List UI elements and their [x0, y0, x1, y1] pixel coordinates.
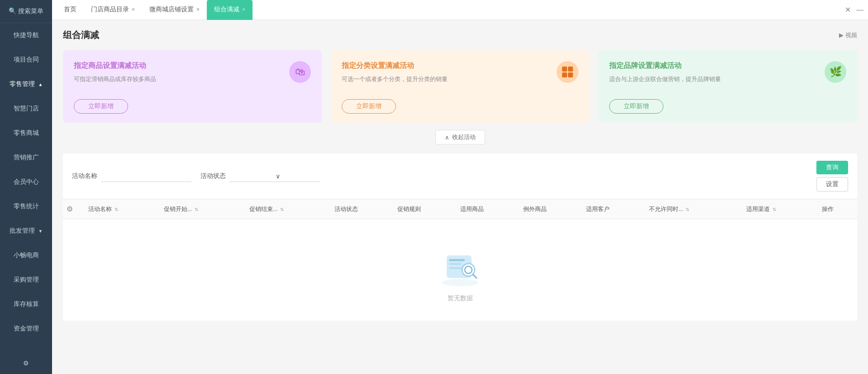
filter-status-label: 活动状态: [200, 172, 226, 180]
sidebar-item-label: 资金管理: [14, 325, 39, 332]
tab-combo-discount-label: 组合满减: [214, 5, 239, 14]
sort-icon-name: ⇅: [114, 207, 118, 212]
th-actions: 操作: [818, 199, 857, 219]
play-circle-icon: ▶: [839, 32, 844, 38]
sidebar-item-label: 会员中心: [14, 178, 39, 185]
page-content: 组合满减 ▶ 视频 指定商品设置满减活动 可指定滞销商品或库存较多商品 🛍 立即…: [52, 20, 868, 374]
th-actions-label: 操作: [822, 206, 834, 212]
tab-combo-discount-close[interactable]: ×: [242, 6, 245, 13]
th-channels[interactable]: 适用渠道 ⇅: [743, 199, 818, 219]
table-settings-icon[interactable]: ⚙: [67, 205, 73, 213]
sidebar-item-member-center[interactable]: 会员中心: [0, 170, 52, 194]
brand-card-desc: 适合与上游企业联合做营销，提升品牌销量: [609, 75, 846, 90]
sidebar-item-label: 项目合同: [14, 56, 39, 63]
tab-wechat-shop-settings-close[interactable]: ×: [196, 6, 200, 13]
sidebar-item-retail-stats[interactable]: 零售统计: [0, 194, 52, 219]
svg-rect-2: [562, 72, 567, 77]
th-status-label: 活动状态: [334, 206, 358, 212]
empty-state: 暂无数据: [63, 219, 857, 321]
th-end[interactable]: 促销结束... ⇅: [246, 199, 331, 219]
sidebar-item-project-contract[interactable]: 项目合同: [0, 48, 52, 72]
th-end-label: 促销结束...: [249, 206, 278, 212]
brand-promo-card: 指定品牌设置满减活动 适合与上游企业联合做营销，提升品牌销量 🌿 立即新增: [598, 50, 857, 123]
filter-status-select[interactable]: ∨: [229, 171, 320, 182]
data-table: ⚙ 活动名称 ⇅ 促销开始... ⇅ 促销结束... ⇅: [63, 199, 857, 321]
th-name[interactable]: 活动名称 ⇅: [85, 199, 160, 219]
sidebar-item-marketing[interactable]: 营销推广: [0, 145, 52, 170]
sort-icon-channels: ⇅: [773, 207, 776, 212]
window-minimize-btn[interactable]: —: [856, 5, 863, 14]
brand-card-add-btn[interactable]: 立即新增: [609, 99, 663, 114]
brand-card-icon: 🌿: [825, 61, 846, 83]
tab-wechat-shop-settings-label: 微商城店铺设置: [149, 5, 194, 14]
svg-point-12: [466, 262, 468, 265]
category-card-add-btn[interactable]: 立即新增: [342, 99, 396, 114]
sidebar-item-smart-store[interactable]: 智慧门店: [0, 96, 52, 121]
sidebar-item-retail-manage[interactable]: 零售管理: [0, 72, 52, 96]
product-card-icon: 🛍: [289, 61, 311, 83]
collapse-bar: ∧ 收起活动: [63, 130, 857, 144]
filter-name-input[interactable]: [101, 171, 191, 182]
th-rule-label: 促销规则: [397, 206, 421, 212]
tab-wechat-shop-settings[interactable]: 微商城店铺设置 ×: [142, 0, 207, 20]
collapse-btn[interactable]: ∧ 收起活动: [435, 130, 485, 144]
tab-combo-discount[interactable]: 组合满减 ×: [207, 0, 253, 20]
th-no-concurrent[interactable]: 不允许同时... ⇅: [645, 199, 743, 219]
sidebar-item-xiaochangec[interactable]: 小畅电商: [0, 243, 52, 268]
page-header: 组合满减 ▶ 视频: [63, 29, 857, 41]
category-card-icon: [557, 61, 578, 83]
filter-row: 活动名称 活动状态 ∨ 查询 设置: [63, 153, 857, 199]
sort-icon-concurrent: ⇅: [686, 207, 689, 212]
svg-point-13: [469, 261, 471, 263]
query-btn[interactable]: 查询: [816, 161, 848, 174]
svg-rect-1: [568, 67, 573, 72]
th-start[interactable]: 促销开始... ⇅: [160, 199, 246, 219]
th-name-label: 活动名称: [88, 206, 112, 212]
collapse-up-icon: ∧: [445, 134, 449, 141]
sort-icon-start: ⇅: [195, 207, 198, 212]
th-channels-label: 适用渠道: [746, 206, 770, 212]
sidebar-settings[interactable]: ⚙: [0, 352, 52, 374]
svg-rect-0: [562, 67, 567, 72]
sidebar-item-label: 营销推广: [14, 153, 39, 161]
sidebar-item-fund-manage[interactable]: 资金管理: [0, 316, 52, 341]
sidebar-item-inventory-calc[interactable]: 库存核算: [0, 292, 52, 316]
tab-bar: 首页 门店商品目录 × 微商城店铺设置 × 组合满减 × ✕ —: [52, 0, 868, 20]
sidebar-item-purchase-manage[interactable]: 采购管理: [0, 268, 52, 292]
th-products: 适用商品: [457, 199, 520, 219]
th-customers: 适用客户: [582, 199, 645, 219]
sidebar-search[interactable]: 🔍 搜索菜单: [0, 0, 52, 23]
sidebar-item-retail-mall[interactable]: 零售商城: [0, 121, 52, 145]
sidebar: 🔍 搜索菜单 快捷导航 项目合同 零售管理 智慧门店 零售商城 营销推广 会员中…: [0, 0, 52, 374]
sidebar-item-label: 采购管理: [14, 276, 39, 283]
th-products-label: 适用商品: [460, 206, 484, 212]
sidebar-item-label: 批发管理: [10, 227, 35, 234]
sidebar-item-label: 零售商城: [14, 129, 39, 136]
filter-actions: 查询 设置: [816, 161, 848, 192]
tab-store-catalog-close[interactable]: ×: [132, 6, 135, 13]
th-exceptions: 例外商品: [520, 199, 582, 219]
product-card-title: 指定商品设置满减活动: [74, 61, 311, 71]
sidebar-item-quick-nav[interactable]: 快捷导航: [0, 23, 52, 48]
sort-icon-end: ⇅: [280, 207, 284, 212]
filter-name-label: 活动名称: [72, 172, 97, 180]
tab-store-catalog[interactable]: 门店商品目录 ×: [84, 0, 142, 20]
gear-icon: ⚙: [23, 360, 29, 367]
settings-btn[interactable]: 设置: [816, 177, 848, 192]
sidebar-item-wholesale-manage[interactable]: 批发管理: [0, 219, 52, 243]
svg-rect-3: [568, 72, 573, 77]
video-link[interactable]: ▶ 视频: [839, 31, 857, 39]
product-card-add-btn[interactable]: 立即新增: [74, 99, 128, 114]
sidebar-item-label: 快捷导航: [14, 31, 39, 38]
category-promo-card: 指定分类设置满减活动 可选一个或者多个分类，提升分类的销量 立即新增: [331, 50, 590, 123]
sidebar-item-label: 智慧门店: [14, 105, 39, 112]
svg-line-11: [473, 274, 477, 278]
sidebar-item-label: 零售管理: [10, 80, 35, 87]
data-table-wrap: ⚙ 活动名称 ⇅ 促销开始... ⇅ 促销结束... ⇅: [63, 199, 857, 321]
empty-icon: [438, 246, 483, 287]
tab-home[interactable]: 首页: [57, 0, 84, 20]
filter-status-group: 活动状态 ∨: [200, 171, 320, 182]
category-card-desc: 可选一个或者多个分类，提升分类的销量: [342, 75, 579, 90]
window-close-btn[interactable]: ✕: [845, 5, 851, 14]
sidebar-item-label: 小畅电商: [14, 251, 39, 259]
